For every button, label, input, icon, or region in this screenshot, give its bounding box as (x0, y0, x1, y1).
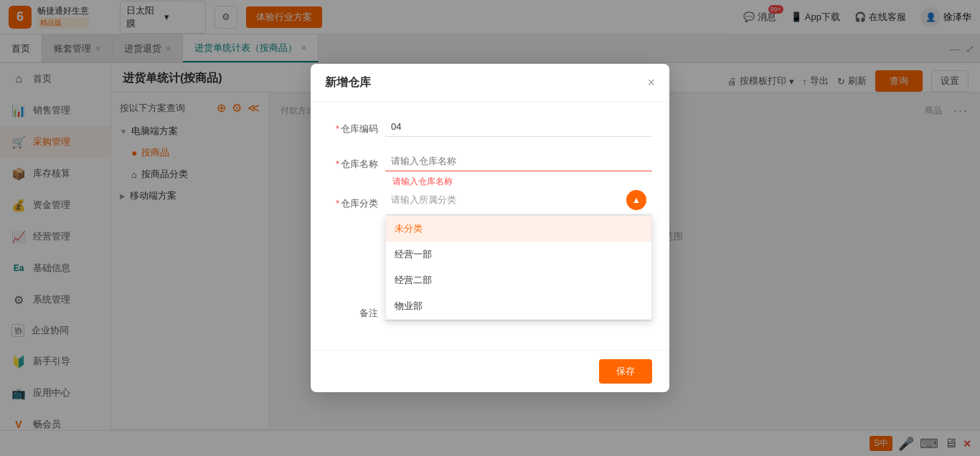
category-placeholder: 请输入所属分类 (391, 194, 626, 206)
dropdown-option-uncategorized[interactable]: 未分类 (386, 216, 651, 242)
category-select[interactable]: 请输入所属分类 ▲ (385, 186, 652, 215)
modal-title: 新增仓库 (325, 75, 371, 90)
modal-body: 仓库编码 仓库名称 请输入仓库名称 仓库分类 请输入所属分类 ▲ (311, 103, 669, 350)
code-input[interactable] (385, 117, 652, 137)
category-label: 仓库分类 (328, 191, 385, 210)
modal-close-button[interactable]: × (647, 75, 655, 90)
category-dropdown: 未分类 经营一部 经营二部 物业部 (385, 215, 652, 320)
form-row-category: 仓库分类 请输入所属分类 ▲ 未分类 经营一部 经营二部 物业部 (328, 186, 652, 215)
note-label: 备注 (328, 301, 385, 320)
dropdown-option-ops2[interactable]: 经营二部 (386, 267, 651, 293)
save-button[interactable]: 保存 (599, 359, 652, 384)
form-row-name: 仓库名称 请输入仓库名称 (328, 151, 652, 171)
add-warehouse-modal: 新增仓库 × 仓库编码 仓库名称 请输入仓库名称 仓库分类 (311, 64, 669, 392)
name-input[interactable] (385, 151, 652, 171)
dropdown-option-ops3[interactable]: 物业部 (386, 293, 651, 319)
dropdown-option-ops1[interactable]: 经营一部 (386, 242, 651, 267)
modal-overlay[interactable]: 新增仓库 × 仓库编码 仓库名称 请输入仓库名称 仓库分类 (0, 0, 980, 456)
name-label: 仓库名称 (328, 152, 385, 171)
modal-header: 新增仓库 × (311, 64, 669, 103)
code-label: 仓库编码 (328, 117, 385, 136)
form-row-code: 仓库编码 (328, 117, 652, 137)
category-toggle-icon[interactable]: ▲ (626, 190, 646, 210)
modal-footer: 保存 (311, 350, 669, 392)
